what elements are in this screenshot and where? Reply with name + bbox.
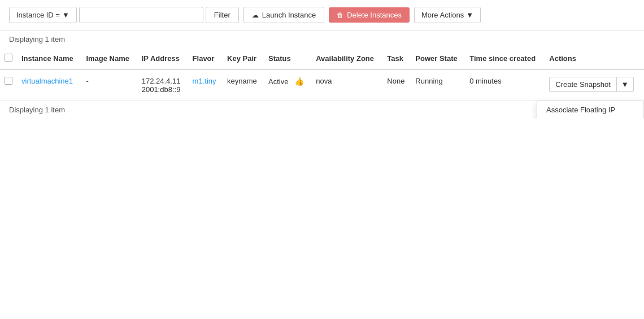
instances-table: Instance Name Image Name IP Address Flav… [0,48,644,101]
row-time-since-created: 0 minutes [465,69,545,101]
chevron-down-icon: ▼ [62,11,69,19]
table-header-row: Instance Name Image Name IP Address Flav… [0,48,644,69]
col-flavor: Flavor [188,48,223,69]
instance-id-label: Instance ID = [16,11,60,19]
actions-dropdown-toggle[interactable]: ▼ [617,77,634,92]
actions-dropdown-menu: Associate Floating IPAttach InterfaceDet… [537,100,644,119]
filter-button[interactable]: Filter [206,7,239,23]
col-availability-zone: Availability Zone [311,48,382,69]
col-actions: Actions [545,48,644,69]
ip-line2: 2001:db8::9 [142,85,184,94]
ip-line1: 172.24.4.11 [142,77,184,85]
create-snapshot-button[interactable]: Create Snapshot [549,77,617,92]
row-ip-address: 172.24.4.11 2001:db8::9 [137,69,188,101]
filter-input[interactable] [79,7,203,23]
row-flavor: m1.tiny [188,69,223,101]
thumbs-up-icon: 👍 [294,77,304,86]
row-task: None [382,69,411,101]
row-status: Active 👍 [264,69,311,101]
instance-id-selector[interactable]: Instance ID = ▼ [9,7,77,23]
dropdown-menu-item[interactable]: Associate Floating IP [537,101,643,119]
col-power-state: Power State [411,48,465,69]
delete-instances-button[interactable]: 🗑 Delete Instances [329,7,410,23]
col-instance-name: Instance Name [17,48,81,69]
launch-instance-button[interactable]: ☁ Launch Instance [243,7,324,23]
col-ip-address: IP Address [137,48,188,69]
col-key-pair: Key Pair [223,48,264,69]
row-checkbox[interactable] [5,77,12,85]
col-status: Status [264,48,311,69]
status-text: Active [268,77,288,86]
col-task: Task [382,48,411,69]
caret-down-icon: ▼ [621,80,629,89]
table-row: virtualmachine1 - 172.24.4.11 2001:db8::… [0,69,644,101]
select-all-checkbox[interactable] [5,54,12,62]
chevron-down-icon: ▼ [466,11,473,19]
instance-name-link[interactable]: virtualmachine1 [21,77,73,85]
row-actions-cell: Create Snapshot ▼ Associate Floating IPA… [545,69,644,101]
row-availability-zone: nova [311,69,382,101]
header-checkbox-col [0,48,17,69]
toolbar: Instance ID = ▼ Filter ☁ Launch Instance… [0,0,644,30]
displaying-count-top: Displaying 1 item [0,30,644,48]
flavor-link[interactable]: m1.tiny [193,77,216,85]
row-key-pair: keyname [223,69,264,101]
trash-icon: 🗑 [337,11,343,19]
col-image-name: Image Name [81,48,137,69]
cloud-icon: ☁ [252,11,259,19]
filter-group: Instance ID = ▼ Filter [9,7,239,23]
row-power-state: Running [411,69,465,101]
more-actions-button[interactable]: More Actions ▼ [414,7,481,23]
row-image-name: - [81,69,137,101]
row-instance-name: virtualmachine1 [17,69,81,101]
row-checkbox-cell [0,69,17,101]
col-time-since-created: Time since created [465,48,545,69]
